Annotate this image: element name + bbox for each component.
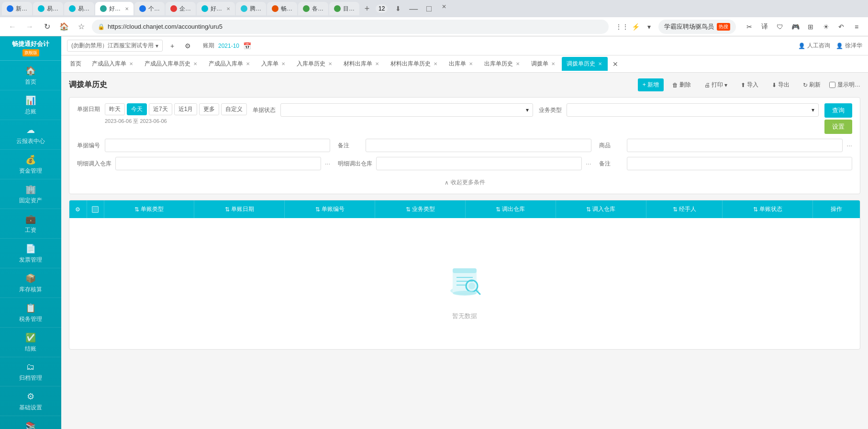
close-all-tabs-icon[interactable]: ✕: [611, 59, 620, 69]
grid-icon[interactable]: ⋮⋮: [616, 21, 628, 33]
bookmark-button[interactable]: ☆: [75, 20, 88, 33]
game-icon[interactable]: 🎮: [790, 21, 801, 33]
display-checkbox[interactable]: [829, 82, 835, 88]
collapse-button[interactable]: ∧ 收起更多条件: [439, 177, 491, 188]
tab-close-icon[interactable]: ✕: [433, 61, 438, 67]
browser-tab-11[interactable]: 目…: [329, 2, 359, 15]
sun-icon[interactable]: ☀: [820, 21, 832, 33]
reload-button[interactable]: ↻: [40, 20, 54, 33]
browser-tab-3[interactable]: 易…: [64, 2, 94, 15]
settings-gear-icon[interactable]: ⚙: [75, 206, 80, 213]
col-in-warehouse[interactable]: ⇅ 调入仓库: [556, 200, 646, 218]
company-selector[interactable]: (勿删勿禁用）江西服宝测试专用 ▾: [67, 40, 163, 52]
tab-close-icon[interactable]: ✕: [125, 6, 129, 11]
scissors-icon[interactable]: ✂: [744, 21, 755, 33]
product-input[interactable]: [627, 139, 843, 152]
date-btn-1month[interactable]: 近1月: [174, 103, 198, 115]
tab-close-icon[interactable]: ✕: [515, 61, 521, 67]
forward-button[interactable]: →: [23, 20, 36, 33]
undo-icon[interactable]: ↶: [835, 21, 847, 33]
sidebar-item-guide[interactable]: 📚 新手引导: [0, 416, 61, 429]
search-box[interactable]: 学霸应聘场驱鸟员 热搜: [658, 20, 736, 34]
col-number[interactable]: ⇅ 单账编号: [285, 200, 375, 218]
browser-tab-9[interactable]: 畅…: [267, 2, 297, 15]
address-input[interactable]: 🔒 https://cloud.chanjet.com/accounting/u…: [92, 20, 609, 34]
tab-close-icon[interactable]: ✕: [226, 6, 230, 11]
col-settings[interactable]: ⚙: [69, 200, 87, 218]
tab-close-icon[interactable]: ✕: [550, 61, 556, 67]
tab-close-icon[interactable]: ✕: [327, 61, 333, 67]
detail-in-more-icon[interactable]: ···: [325, 160, 331, 167]
close-button[interactable]: ✕: [437, 2, 451, 11]
note2-input[interactable]: [627, 157, 852, 170]
browser-tab-8[interactable]: 腾…: [236, 2, 266, 15]
detail-out-more-icon[interactable]: ···: [586, 160, 591, 167]
sidebar-item-payroll[interactable]: 💼 工资: [0, 209, 61, 239]
period-value[interactable]: 2021-10: [218, 43, 239, 49]
service-button[interactable]: 👤 人工咨询: [798, 42, 830, 50]
browser-tab-2[interactable]: 易…: [33, 2, 63, 15]
tab-product-inbound-history[interactable]: 产成品入库单历史 ✕: [140, 57, 203, 71]
date-btn-yesterday[interactable]: 昨天: [105, 103, 125, 115]
col-biz-type[interactable]: ⇅ 业务类型: [375, 200, 466, 218]
settings-button[interactable]: 设置: [824, 120, 852, 134]
maximize-button[interactable]: □: [422, 2, 435, 15]
user-info[interactable]: 👤 徐泽华: [836, 42, 862, 50]
shield-icon[interactable]: 🛡: [774, 21, 786, 33]
tab-inbound[interactable]: 入库单 ✕: [256, 57, 291, 71]
home-button[interactable]: 🏠: [57, 20, 71, 33]
sidebar-item-settings[interactable]: ⚙ 基础设置: [0, 386, 61, 416]
tab-close-icon[interactable]: ✕: [192, 61, 198, 67]
minimize-button[interactable]: —: [407, 2, 420, 15]
sidebar-item-home[interactable]: 🏠 首页: [0, 61, 61, 90]
back-button[interactable]: ←: [6, 20, 19, 33]
export-button[interactable]: ⬇ 导出: [767, 78, 794, 91]
tab-close-icon[interactable]: ✕: [374, 61, 380, 67]
display-toggle[interactable]: 显示明…: [829, 81, 860, 89]
sidebar-item-funds[interactable]: 💰 资金管理: [0, 150, 61, 179]
grid2-icon[interactable]: ⊞: [805, 21, 816, 33]
tab-product-inbound[interactable]: 产成品入库单 ✕: [87, 57, 139, 71]
new-tab-button[interactable]: +: [360, 2, 374, 15]
dropdown-icon[interactable]: ▾: [643, 21, 655, 33]
date-btn-more[interactable]: 更多: [199, 103, 219, 115]
translate-icon[interactable]: 译: [759, 21, 770, 33]
detail-out-input[interactable]: [376, 157, 582, 170]
company-settings-icon[interactable]: ⚙: [182, 40, 193, 52]
browser-tab-1[interactable]: 新…: [2, 2, 32, 15]
tab-material-outbound[interactable]: 材料出库单 ✕: [339, 57, 385, 71]
print-button[interactable]: 🖨 打印 ▾: [700, 78, 732, 91]
business-type-select[interactable]: ▾: [567, 103, 819, 117]
tab-close-icon[interactable]: ✕: [597, 61, 603, 67]
tab-outbound[interactable]: 出库单 ✕: [444, 57, 479, 71]
import-button[interactable]: ⬆ 导入: [736, 78, 763, 91]
delete-button[interactable]: 🗑 删除: [668, 78, 696, 91]
doc-num-input[interactable]: [105, 139, 330, 152]
tab-transfer-history[interactable]: 调拨单历史 ✕: [562, 57, 608, 71]
col-status[interactable]: ⇅ 单账状态: [723, 200, 813, 218]
col-date[interactable]: ⇅ 单账日期: [194, 200, 285, 218]
sidebar-item-ledger[interactable]: 📊 总账: [0, 90, 61, 120]
col-checkbox[interactable]: [87, 200, 104, 218]
select-all-checkbox[interactable]: [92, 206, 99, 213]
col-handler[interactable]: ⇅ 经手人: [646, 200, 723, 218]
tab-product-inbound2[interactable]: 产成品入库单 ✕: [204, 57, 256, 71]
tab-close-icon[interactable]: ✕: [245, 61, 251, 67]
date-btn-today[interactable]: 今天: [127, 103, 147, 115]
query-button[interactable]: 查询: [824, 103, 852, 118]
sidebar-item-archive[interactable]: 🗂 归档管理: [0, 357, 61, 386]
date-btn-custom[interactable]: 自定义: [221, 103, 247, 115]
add-company-icon[interactable]: +: [167, 40, 178, 52]
tab-home[interactable]: 首页: [65, 57, 86, 71]
sidebar-item-assets[interactable]: 🏢 固定资产: [0, 179, 61, 209]
detail-in-input[interactable]: [115, 157, 321, 170]
tab-close-icon[interactable]: ✕: [128, 61, 134, 67]
tab-transfer[interactable]: 调拨单 ✕: [526, 57, 561, 71]
browser-tab-10[interactable]: 各…: [298, 2, 328, 15]
col-type[interactable]: ⇅ 单账类型: [104, 200, 194, 218]
sidebar-item-closing[interactable]: ✅ 结账: [0, 328, 61, 357]
browser-tab-4[interactable]: 好… ✕: [95, 2, 134, 15]
browser-tab-5[interactable]: 个…: [134, 2, 165, 15]
tab-material-outbound-history[interactable]: 材料出库单历史 ✕: [386, 57, 443, 71]
tab-outbound-history[interactable]: 出库单历史 ✕: [479, 57, 525, 71]
